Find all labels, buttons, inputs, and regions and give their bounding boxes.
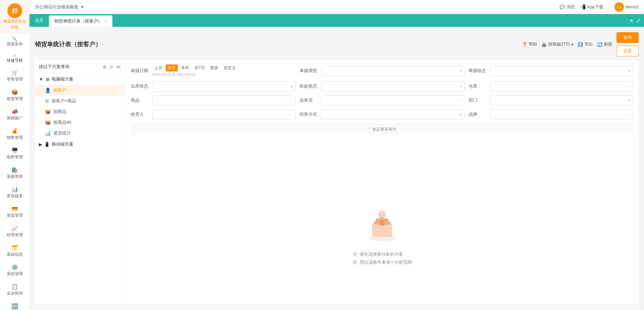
wholesale-icon: 📦 [11,89,18,95]
scheme-item-by-goods[interactable]: 📦 按商品 [35,106,125,117]
tab-home[interactable]: 首页 [30,14,49,27]
window-maximize-icon[interactable]: ⤢ [636,17,641,24]
out-status-input[interactable]: ▾ [152,81,296,91]
salesman-input[interactable]: ··· [321,95,464,105]
contract-icon: 📋 [11,283,18,290]
date-tab-7days[interactable]: 近7天 [193,64,207,71]
receiver-input[interactable]: ··· [152,109,296,119]
app-download-btn[interactable]: 📲 App下载 [580,4,603,10]
filter-receipt-status: 收款状态 ▾ [300,81,464,91]
date-tab-custom[interactable]: 自定义 [222,64,238,71]
tab-sales-stat[interactable]: 销货单统计表（按客户） ✕ [49,15,112,27]
brand-label: 品牌 [469,111,487,117]
sidebar-item-contract[interactable]: 📋 企业协同 [0,280,29,300]
warehouse-label: 仓库 [469,83,487,89]
filter-receiver: 收货人 ··· [131,109,296,119]
sidebar-item-inventory[interactable]: 📊 库存核算 [0,183,29,202]
operation-label: 经营管理 [7,232,23,238]
sidebar-item-finance[interactable]: 💳 资金管理 [0,202,29,222]
scheme-item-return-stat[interactable]: 📊 退货统计 [35,128,125,139]
query-settings-group: 查询 设置 [616,32,639,56]
refresh-btn[interactable]: 🔄 刷新 [597,41,612,47]
settings-btn[interactable]: 设置 [616,46,639,56]
scheme-item-by-customer-goods[interactable]: ⊞ 按客户+商品 [35,96,125,106]
goods-input[interactable]: ··· [152,95,296,105]
date-tab-this-month[interactable]: 本月 [166,64,178,71]
brand-input[interactable]: ··· [490,109,633,119]
scheme-collapse-icon[interactable]: ≪ [116,64,121,69]
sidebar-item-wholesale[interactable]: 📦 批发管理 [0,86,29,105]
receipt-status-input[interactable]: ▾ [321,81,464,91]
scheme-item-by-customer[interactable]: 👤 按客户 [35,85,125,96]
export-label: 导出 [584,41,593,47]
sidebar-quick-nav[interactable]: ☆ 快捷导航 [0,50,29,66]
doc-status-input[interactable]: ▾ [490,66,633,76]
system-label: 系统管理 [7,271,23,277]
warehouse-input[interactable]: ··· [490,81,633,91]
by-goods-icon: 📦 [45,109,51,114]
sidebar-item-guide[interactable]: 🆕 新手引导 [0,300,29,310]
help-icon: ❓ [522,42,527,47]
filter-dept: 部门 ▾ [469,95,633,105]
doc-type-arrow: ▾ [460,69,462,73]
dept-arrow: ▾ [629,99,630,102]
window-close-icon[interactable]: ✕ [629,17,634,24]
basic-icon: 🗂️ [11,245,18,251]
scheme-group-mobile-header[interactable]: ▶ 📱 移动端方案 [35,139,125,150]
return-stat-icon: 📊 [45,131,51,136]
date-label: 单据日期 [131,68,150,74]
scheme-add-icon[interactable]: ⊕ [103,64,107,69]
sidebar-item-basic[interactable]: 🗂️ 基础信息 [0,241,29,261]
tab-window-actions: ✕ ⤢ [626,17,644,24]
ecommerce-icon: 🖥️ [11,147,18,154]
dept-input[interactable]: ▾ [490,95,633,105]
date-tab-more[interactable]: 更多 [208,64,220,71]
sidebar-item-sales[interactable]: 💰 销售管理 [0,124,29,144]
settle-input[interactable]: ▾ [321,109,464,119]
by-customer-goods-label: 按客户+商品 [52,98,76,104]
date-tab-last-month[interactable]: 上月 [152,64,164,71]
sidebar-item-system[interactable]: ⚙️ 系统管理 [0,261,29,280]
collapse-bar[interactable]: ⌃ 收起更多条件 [131,123,633,135]
marketing-icon: 📣 [11,108,18,115]
retail-label: 零售管理 [7,76,23,82]
inventory-label: 库存核算 [7,193,23,199]
out-status-arrow: ▾ [291,85,292,88]
top-header: 办公用品行业模拟账套 ▾ 💬 消息 📲 App下载 Ea demo2 [30,0,644,14]
sidebar-item-marketing[interactable]: 📣 营销推广 [0,105,29,124]
warehouse-dots: ··· [624,84,630,89]
system-icon: ⚙️ [11,264,18,270]
empty-state: 请先选择要分析的方案 用过滤条件来缩小分析范围 [125,166,639,305]
date-tab-this-year[interactable]: 本年 [179,64,191,71]
sidebar-item-retail[interactable]: 🛒 零售管理 [0,66,29,86]
avatar: Ea [614,2,624,12]
user-profile-btn[interactable]: Ea demo2 [614,2,639,12]
scheme-group-desktop-header[interactable]: ▼ 🖥 电脑端方案 [35,73,125,85]
receipt-status-arrow: ▾ [460,85,462,88]
scheme-panel: 按以下方案查询 ⊕ ⊙ ≪ ▼ 🖥 电脑端方案 👤 [35,60,125,305]
help-btn[interactable]: ❓ 帮助 [522,41,537,47]
sidebar-item-ecommerce[interactable]: 🖥️ 电商管理 [0,144,29,163]
filter-form: 单据日期 上月 本月 本年 近7天 更多 自定义 20 [125,60,639,166]
print-btn[interactable]: 🖨️ 按模板打印 ▾ [541,41,574,47]
app-download-label: App下载 [587,4,603,10]
svg-point-4 [379,220,385,226]
message-label: 消息 [566,4,575,10]
by-goods-label: 按商品 [53,109,66,115]
receipt-status-label: 收款状态 [300,83,318,89]
scheme-settings-icon[interactable]: ⊙ [109,64,113,69]
scheme-item-by-goods-99[interactable]: 📦 按商品99 [35,117,125,128]
sidebar-item-purchase[interactable]: 🛍️ 采购管理 [0,163,29,183]
export-btn[interactable]: ⬆️ 导出 [578,41,593,47]
page-title-bar: 销货单统计表（按客户） ❓ 帮助 🖨️ 按模板打印 ▾ ⬆️ 导出 🔄 刷新 [35,32,639,56]
doc-type-input[interactable]: ▾ [321,66,464,76]
filter-row-1: 单据日期 上月 本月 本年 近7天 更多 自定义 20 [131,64,633,77]
logo-text: 畅捷通好生意 [4,19,26,24]
message-btn[interactable]: 💬 消息 [559,4,575,10]
workspace-selector[interactable]: 办公用品行业模拟账套 ▾ [35,4,84,10]
query-btn[interactable]: 查询 [616,32,639,43]
tab-close-btn[interactable]: ✕ [104,19,107,23]
sidebar-search[interactable]: 🔍 搜索菜单 [0,33,29,50]
doc-type-label: 单据类型 [300,68,318,74]
sidebar-item-operation[interactable]: 📈 经营管理 [0,222,29,241]
